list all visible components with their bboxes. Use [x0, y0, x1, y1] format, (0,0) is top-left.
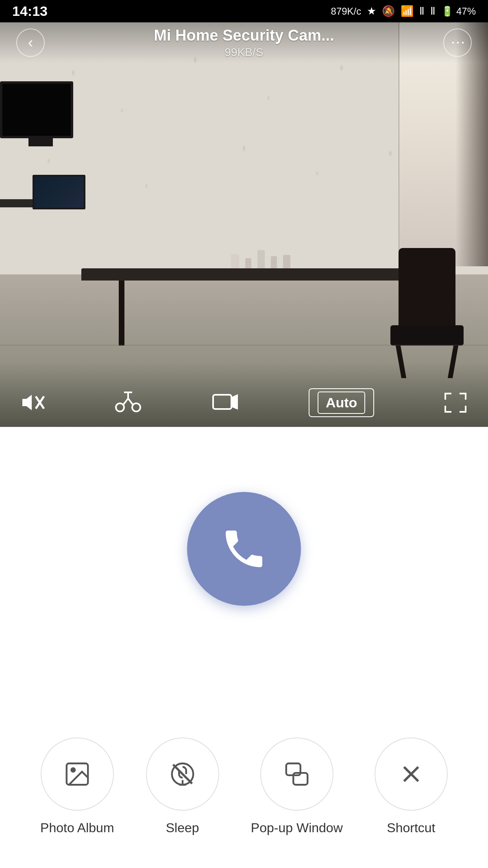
auto-label: Auto [318, 392, 365, 414]
bottom-actions: Photo Album Sleep [0, 737, 488, 835]
photo-album-label: Photo Album [40, 820, 114, 835]
camera-title: Mi Home Security Cam... [154, 27, 334, 44]
photo-album-icon [63, 760, 92, 788]
mute-button[interactable] [20, 392, 45, 413]
svg-line-5 [123, 398, 128, 405]
svg-point-12 [71, 768, 75, 772]
more-icon: ⋯ [451, 34, 464, 51]
shortcut-icon [397, 760, 425, 788]
battery-icon: 🔋 47% [441, 6, 476, 17]
svg-marker-10 [231, 395, 237, 409]
screenshot-icon [114, 390, 142, 415]
shortcut-action[interactable]: Shortcut [375, 737, 448, 835]
more-button[interactable]: ⋯ [443, 28, 472, 57]
desk-item-1 [231, 254, 239, 270]
desk-items [231, 250, 290, 270]
mute-icon: 🔕 [382, 5, 395, 17]
camera-title-area: Mi Home Security Cam... 99KB/S [154, 27, 334, 59]
bluetooth-icon: ★ [367, 5, 376, 17]
phone-icon [220, 524, 268, 573]
photo-album-circle [41, 737, 114, 811]
tv-stand [28, 138, 53, 146]
desk-leg-left [119, 281, 124, 346]
call-button-wrap [187, 492, 301, 606]
fullscreen-icon [443, 392, 468, 414]
speed-indicator: 879K/c [331, 6, 362, 17]
monitor-screen [33, 175, 85, 209]
record-icon [211, 392, 240, 414]
shortcut-circle [375, 737, 448, 811]
sleep-icon [168, 760, 197, 788]
popup-window-action[interactable]: Pop-up Window [251, 737, 343, 835]
desk-item-3 [257, 250, 265, 270]
status-time: 14:13 [12, 3, 48, 19]
back-icon: ‹ [28, 34, 33, 51]
popup-circle [260, 737, 333, 811]
call-button[interactable] [187, 492, 301, 606]
desk-legs [119, 281, 418, 346]
popup-icon [283, 760, 311, 788]
camera-speed: 99KB/S [154, 46, 334, 59]
status-bar: 14:13 879K/c ★ 🔕 📶 Ⅱ Ⅱ 🔋 47% [0, 0, 488, 22]
fullscreen-button[interactable] [443, 392, 468, 414]
camera-header: ‹ Mi Home Security Cam... 99KB/S ⋯ [0, 22, 488, 63]
sleep-action[interactable]: Sleep [146, 737, 219, 835]
mute-icon [20, 392, 45, 413]
signal-icon-2: Ⅱ [430, 5, 436, 17]
popup-label: Pop-up Window [251, 820, 343, 835]
svg-marker-0 [22, 395, 32, 410]
photo-album-action[interactable]: Photo Album [40, 737, 114, 835]
status-icons: 879K/c ★ 🔕 📶 Ⅱ Ⅱ 🔋 47% [331, 5, 476, 17]
record-button[interactable] [211, 392, 240, 414]
chair [386, 248, 468, 378]
below-camera-area: Photo Album Sleep [0, 427, 488, 868]
auto-button[interactable]: Auto [309, 388, 374, 417]
screenshot-button[interactable] [114, 390, 142, 415]
camera-controls: Auto [0, 378, 488, 427]
chair-seat [390, 325, 464, 346]
chair-back [399, 248, 455, 337]
monitor-small [33, 175, 89, 215]
sleep-label: Sleep [166, 820, 199, 835]
back-button[interactable]: ‹ [16, 28, 45, 57]
svg-line-6 [128, 398, 133, 405]
tv-screen [0, 81, 73, 138]
shortcut-label: Shortcut [387, 820, 435, 835]
sleep-circle [146, 737, 219, 811]
camera-view: ‹ Mi Home Security Cam... 99KB/S ⋯ [0, 0, 488, 427]
svg-rect-9 [213, 395, 231, 409]
signal-icon-1: Ⅱ [419, 5, 425, 17]
wifi-icon: 📶 [401, 5, 414, 17]
floor-line [0, 345, 488, 346]
